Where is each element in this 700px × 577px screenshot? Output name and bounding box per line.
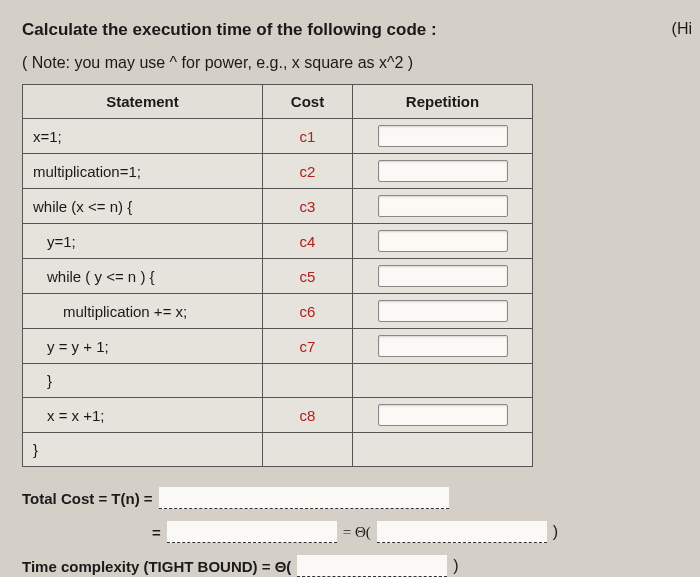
- header-cost: Cost: [263, 85, 353, 119]
- cost-cell: c4: [263, 224, 353, 259]
- table-row: while ( y <= n ) {c5: [23, 259, 533, 294]
- cost-cell: c8: [263, 398, 353, 433]
- statement-cell: y=1;: [23, 224, 263, 259]
- close-paren-2: ): [453, 557, 458, 575]
- repetition-cell: [353, 154, 533, 189]
- repetition-cell: [353, 329, 533, 364]
- table-row: x=1;c1: [23, 119, 533, 154]
- repetition-cell: [353, 398, 533, 433]
- time-complexity-label: Time complexity (TIGHT BOUND) = Θ(: [22, 558, 291, 575]
- theta-input-1[interactable]: [377, 521, 547, 543]
- repetition-input[interactable]: [378, 195, 508, 217]
- bottom-section: Total Cost = T(n) = = = Θ( ) Time comple…: [22, 487, 688, 577]
- repetition-input[interactable]: [378, 404, 508, 426]
- table-row: multiplication=1;c2: [23, 154, 533, 189]
- corner-cut-text: (Hi: [672, 20, 692, 38]
- repetition-input[interactable]: [378, 230, 508, 252]
- equals-label: =: [152, 524, 161, 541]
- statement-cell: while (x <= n) {: [23, 189, 263, 224]
- statement-cell: x=1;: [23, 119, 263, 154]
- cost-cell: [263, 433, 353, 467]
- repetition-input[interactable]: [378, 265, 508, 287]
- repetition-cell: [353, 294, 533, 329]
- repetition-cell: [353, 224, 533, 259]
- cost-table: Statement Cost Repetition x=1;c1multipli…: [22, 84, 533, 467]
- header-repetition: Repetition: [353, 85, 533, 119]
- repetition-cell: [353, 119, 533, 154]
- statement-cell: y = y + 1;: [23, 329, 263, 364]
- repetition-input[interactable]: [378, 300, 508, 322]
- theta-input-2[interactable]: [297, 555, 447, 577]
- statement-cell: while ( y <= n ) {: [23, 259, 263, 294]
- total-cost-input-2[interactable]: [167, 521, 337, 543]
- table-row: y = y + 1;c7: [23, 329, 533, 364]
- table-row: y=1;c4: [23, 224, 533, 259]
- table-row: x = x +1;c8: [23, 398, 533, 433]
- statement-cell: multiplication += x;: [23, 294, 263, 329]
- table-row: multiplication += x;c6: [23, 294, 533, 329]
- statement-cell: multiplication=1;: [23, 154, 263, 189]
- cost-cell: c1: [263, 119, 353, 154]
- question-title: Calculate the execution time of the foll…: [22, 20, 688, 40]
- cost-cell: [263, 364, 353, 398]
- table-row: while (x <= n) {c3: [23, 189, 533, 224]
- repetition-cell: [353, 364, 533, 398]
- repetition-input[interactable]: [378, 125, 508, 147]
- statement-cell: }: [23, 433, 263, 467]
- repetition-cell: [353, 433, 533, 467]
- cost-cell: c2: [263, 154, 353, 189]
- cost-cell: c3: [263, 189, 353, 224]
- repetition-input[interactable]: [378, 160, 508, 182]
- question-note: ( Note: you may use ^ for power, e.g., x…: [22, 54, 688, 72]
- header-statement: Statement: [23, 85, 263, 119]
- total-cost-label: Total Cost = T(n) =: [22, 490, 153, 507]
- table-row: }: [23, 433, 533, 467]
- cost-cell: c5: [263, 259, 353, 294]
- cost-cell: c7: [263, 329, 353, 364]
- theta-prefix-1: = Θ(: [343, 524, 371, 541]
- repetition-cell: [353, 259, 533, 294]
- table-row: }: [23, 364, 533, 398]
- statement-cell: }: [23, 364, 263, 398]
- repetition-input[interactable]: [378, 335, 508, 357]
- statement-cell: x = x +1;: [23, 398, 263, 433]
- repetition-cell: [353, 189, 533, 224]
- cost-cell: c6: [263, 294, 353, 329]
- total-cost-input-1[interactable]: [159, 487, 449, 509]
- close-paren-1: ): [553, 523, 558, 541]
